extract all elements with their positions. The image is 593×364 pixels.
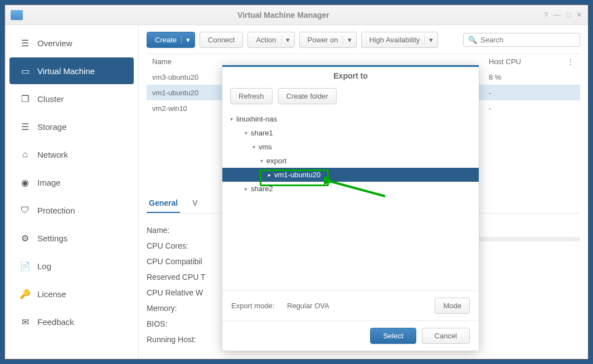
sidebar-item-label: Cluster <box>37 94 64 104</box>
tab-other[interactable]: V <box>190 194 200 213</box>
cell-cpu: - <box>489 89 567 97</box>
sidebar-item-label: Overview <box>37 38 72 48</box>
chevron-right-icon: ▸ <box>245 186 247 192</box>
close-icon[interactable]: ✕ <box>576 11 582 19</box>
network-icon: ⌂ <box>20 149 31 159</box>
sidebar-item-image[interactable]: ◉Image <box>9 169 134 196</box>
high-availability-button[interactable]: High Availability▾ <box>361 32 439 48</box>
tree-item-vms[interactable]: ▾vms <box>230 140 471 154</box>
toolbar: Create▾ Connect Action▾ Power on▾ High A… <box>147 32 580 48</box>
chevron-down-icon[interactable]: ▾ <box>181 36 190 44</box>
chevron-down-icon[interactable]: ▾ <box>281 36 290 44</box>
window-controls: ? — □ ✕ <box>544 11 582 19</box>
sidebar-item-cluster[interactable]: ❐Cluster <box>9 85 134 112</box>
window-title: Virtual Machine Manager <box>23 11 544 20</box>
column-host-cpu[interactable]: Host CPU <box>489 57 567 66</box>
chevron-down-icon: ▾ <box>230 116 233 122</box>
cluster-icon: ❐ <box>20 94 31 104</box>
shield-icon: 🛡 <box>20 205 31 215</box>
export-mode-label: Export mode: <box>231 302 287 310</box>
gear-icon: ⚙ <box>20 233 31 243</box>
app-window: Virtual Machine Manager ? — □ ✕ ☰Overvie… <box>4 4 589 360</box>
power-on-button[interactable]: Power on▾ <box>299 32 357 48</box>
help-icon[interactable]: ? <box>544 11 548 19</box>
image-icon: ◉ <box>20 177 31 187</box>
folder-tree: ▾linuxhint-nas ▾share1 ▾vms ▾export ▸vm1… <box>222 108 479 196</box>
cell-cpu: - <box>489 104 567 113</box>
sidebar-item-label: Log <box>37 261 51 271</box>
chevron-right-icon: ▸ <box>268 172 271 178</box>
sidebar-item-log[interactable]: 📄Log <box>9 253 134 279</box>
minimize-icon[interactable]: — <box>553 11 561 19</box>
sidebar-item-virtual-machine[interactable]: ▭Virtual Machine <box>9 57 134 84</box>
column-name[interactable]: Name <box>152 57 208 66</box>
sidebar-item-label: Image <box>37 178 61 187</box>
modal-footer: Select Cancel <box>222 321 479 351</box>
vm-icon: ▭ <box>20 66 31 76</box>
cell-cpu: 8 % <box>489 73 567 81</box>
export-mode-value: Regular OVA <box>287 302 329 310</box>
modal-export-mode-row: Export mode: Regular OVA Mode <box>222 290 479 321</box>
sidebar: ☰Overview ▭Virtual Machine ❐Cluster ☰Sto… <box>5 25 139 359</box>
sidebar-item-label: Feedback <box>37 317 74 327</box>
sidebar-item-label: Settings <box>37 234 67 243</box>
tree-item-share1[interactable]: ▾share1 <box>230 126 471 140</box>
sidebar-item-feedback[interactable]: ✉Feedback <box>9 308 134 335</box>
app-icon <box>11 10 23 20</box>
tree-item-root[interactable]: ▾linuxhint-nas <box>230 112 471 126</box>
create-button[interactable]: Create▾ <box>147 32 195 48</box>
sidebar-item-storage[interactable]: ☰Storage <box>9 113 134 140</box>
chevron-down-icon: ▾ <box>252 144 255 150</box>
chevron-down-icon: ▾ <box>260 158 263 164</box>
log-icon: 📄 <box>20 261 31 271</box>
modal-title: Export to <box>222 67 479 85</box>
storage-icon: ☰ <box>20 122 31 132</box>
maximize-icon[interactable]: □ <box>566 11 571 19</box>
title-bar: Virtual Machine Manager ? — □ ✕ <box>5 5 588 25</box>
sidebar-item-protection[interactable]: 🛡Protection <box>9 197 134 224</box>
sidebar-item-label: Protection <box>37 206 75 215</box>
modal-toolbar: Refresh Create folder <box>222 85 479 108</box>
cancel-button[interactable]: Cancel <box>422 328 470 344</box>
search-box[interactable]: 🔍 <box>463 33 580 47</box>
tree-item-vm1-ubuntu20[interactable]: ▸vm1-ubuntu20 <box>222 168 479 182</box>
export-modal: Export to Refresh Create folder ▾linuxhi… <box>222 65 479 351</box>
tree-item-share2[interactable]: ▸share2 <box>230 182 471 196</box>
tree-item-export[interactable]: ▾export <box>230 154 471 168</box>
cell-name: vm1-ubuntu20 <box>152 89 208 97</box>
search-input[interactable] <box>480 36 575 44</box>
chevron-down-icon[interactable]: ▾ <box>424 36 433 44</box>
tab-general[interactable]: General <box>147 194 180 213</box>
sidebar-item-license[interactable]: 🔑License <box>9 280 134 307</box>
sidebar-item-network[interactable]: ⌂Network <box>9 141 134 168</box>
chevron-down-icon: ▾ <box>245 130 247 136</box>
overview-icon: ☰ <box>20 38 31 48</box>
sidebar-item-settings[interactable]: ⚙Settings <box>9 225 134 251</box>
cell-name: vm3-ubuntu20 <box>152 73 208 81</box>
sidebar-item-label: Network <box>37 150 68 159</box>
sidebar-item-label: License <box>37 289 66 299</box>
chevron-down-icon[interactable]: ▾ <box>343 36 352 44</box>
action-button[interactable]: Action▾ <box>247 32 294 48</box>
refresh-button[interactable]: Refresh <box>230 88 273 104</box>
select-button[interactable]: Select <box>370 328 416 344</box>
mail-icon: ✉ <box>20 317 31 327</box>
mode-button[interactable]: Mode <box>435 298 470 314</box>
column-menu-icon[interactable]: ⋮ <box>567 57 575 66</box>
key-icon: 🔑 <box>20 289 31 299</box>
sidebar-item-label: Virtual Machine <box>37 66 95 76</box>
sidebar-item-label: Storage <box>37 122 67 132</box>
sidebar-item-overview[interactable]: ☰Overview <box>9 30 134 56</box>
create-folder-button[interactable]: Create folder <box>278 88 337 104</box>
search-icon: 🔍 <box>468 36 477 44</box>
cell-name: vm2-win10 <box>152 104 208 113</box>
body-area: ☰Overview ▭Virtual Machine ❐Cluster ☰Sto… <box>5 25 588 359</box>
connect-button[interactable]: Connect <box>200 32 243 48</box>
